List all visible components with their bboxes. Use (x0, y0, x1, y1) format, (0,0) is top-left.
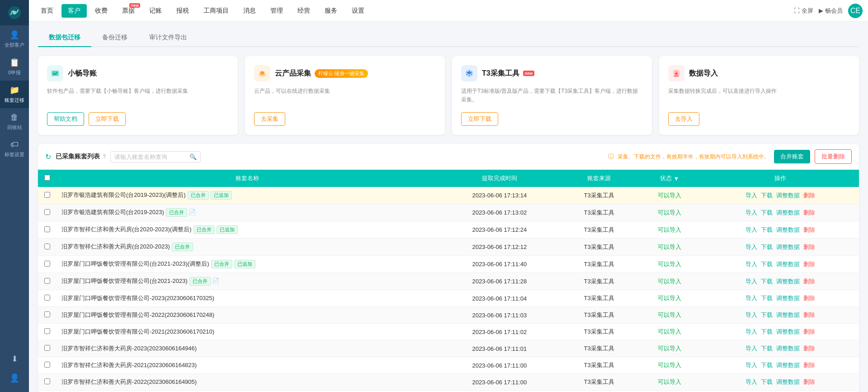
tab-data-migration[interactable]: 数据包迁移 (38, 29, 91, 47)
merge-btn[interactable]: 合并账套 (774, 150, 810, 163)
sidebar-item-zero-report[interactable]: 📋 0申报 (0, 53, 29, 81)
action-download[interactable]: 下载 (761, 261, 773, 268)
action-import[interactable]: 导入 (745, 378, 757, 385)
action-adjust[interactable]: 调整数据 (776, 226, 800, 233)
sidebar-item-tag-settings[interactable]: 🏷 标签设置 (0, 135, 29, 163)
nav-settings[interactable]: 设置 (345, 4, 371, 18)
action-import[interactable]: 导入 (745, 328, 757, 335)
action-download[interactable]: 下载 (761, 328, 773, 335)
help-icon[interactable]: ? (103, 153, 106, 160)
action-import[interactable]: 导入 (745, 244, 757, 250)
nav-home[interactable]: 首页 (34, 4, 60, 18)
tab-backup-migration[interactable]: 备份迁移 (91, 29, 138, 47)
row-checkbox[interactable] (44, 311, 50, 317)
sidebar-item-recycle-bin[interactable]: 🗑 回收站 (0, 108, 29, 135)
nav-business[interactable]: 工商项目 (197, 4, 235, 18)
action-import[interactable]: 导入 (745, 261, 757, 268)
row-checkbox[interactable] (44, 278, 50, 284)
row-checkbox[interactable] (44, 244, 50, 249)
action-import[interactable]: 导入 (745, 295, 757, 301)
action-download[interactable]: 下载 (761, 362, 773, 368)
action-import[interactable]: 导入 (745, 192, 757, 199)
action-download[interactable]: 下载 (761, 295, 773, 301)
download-t3-btn[interactable]: 立即下载 (461, 112, 498, 126)
action-adjust[interactable]: 调整数据 (776, 295, 800, 301)
tab-audit-export[interactable]: 审计文件导出 (138, 29, 198, 47)
row-checkbox[interactable] (44, 261, 50, 267)
action-delete[interactable]: 删除 (803, 295, 815, 301)
sidebar-item-all-clients[interactable]: 👤 全部客户 (0, 25, 29, 53)
refresh-icon[interactable]: ↻ (45, 153, 51, 161)
row-checkbox[interactable] (44, 226, 50, 232)
action-delete[interactable]: 删除 (803, 244, 815, 250)
action-adjust[interactable]: 调整数据 (776, 278, 800, 285)
batch-delete-btn[interactable]: 批量删除 (815, 149, 852, 164)
action-delete[interactable]: 删除 (803, 328, 815, 335)
fullscreen-btn[interactable]: ⛶ 全屏 (794, 7, 813, 15)
row-checkbox[interactable] (44, 378, 50, 384)
avatar[interactable]: CE (848, 4, 863, 18)
action-import[interactable]: 导入 (745, 226, 757, 233)
action-adjust[interactable]: 调整数据 (776, 328, 800, 335)
action-download[interactable]: 下载 (761, 226, 773, 233)
action-adjust[interactable]: 调整数据 (776, 261, 800, 268)
row-checkbox[interactable] (44, 345, 50, 351)
action-adjust[interactable]: 调整数据 (776, 209, 800, 216)
action-download[interactable]: 下载 (761, 209, 773, 216)
nav-tax[interactable]: 报税 (170, 4, 195, 18)
action-adjust[interactable]: 调整数据 (776, 311, 800, 318)
search-input[interactable] (114, 153, 187, 160)
row-time: 2023-06-06 17:11:04 (439, 290, 561, 307)
action-import[interactable]: 导入 (745, 278, 757, 285)
help-doc-btn[interactable]: 帮助文档 (47, 112, 84, 126)
action-delete[interactable]: 删除 (803, 278, 815, 285)
action-adjust[interactable]: 调整数据 (776, 345, 800, 352)
nav-manage[interactable]: 管理 (264, 4, 289, 18)
card-desc: 采集数据转换完成后，可以直接进行导入操作 (668, 87, 850, 105)
nav-service[interactable]: 服务 (318, 4, 344, 18)
action-delete[interactable]: 删除 (803, 362, 815, 368)
nav-billing[interactable]: 收费 (89, 4, 114, 18)
row-checkbox[interactable] (44, 192, 50, 198)
nav-message[interactable]: 消息 (237, 4, 262, 18)
row-status: 可以导入 (637, 187, 702, 204)
action-import[interactable]: 导入 (745, 345, 757, 352)
action-adjust[interactable]: 调整数据 (776, 378, 800, 385)
action-delete[interactable]: 删除 (803, 226, 815, 233)
action-download[interactable]: 下载 (761, 378, 773, 385)
go-import-btn[interactable]: 去导入 (668, 112, 699, 126)
action-download[interactable]: 下载 (761, 192, 773, 199)
action-import[interactable]: 导入 (745, 311, 757, 318)
vip-btn[interactable]: ▶ 畅会员 (819, 7, 843, 15)
action-delete[interactable]: 删除 (803, 378, 815, 385)
action-delete[interactable]: 删除 (803, 209, 815, 216)
action-download[interactable]: 下载 (761, 244, 773, 250)
row-checkbox[interactable] (44, 362, 50, 368)
nav-bookkeeping[interactable]: 记账 (143, 4, 168, 18)
nav-operation[interactable]: 经营 (291, 4, 316, 18)
download-now-btn[interactable]: 立即下载 (89, 112, 126, 126)
nav-invoice[interactable]: 票据 new (116, 4, 141, 18)
sidebar-item-download[interactable]: ⬇ (0, 349, 29, 368)
search-icon[interactable]: 🔍 (189, 153, 197, 160)
row-checkbox[interactable] (44, 295, 50, 301)
action-download[interactable]: 下载 (761, 345, 773, 352)
action-delete[interactable]: 删除 (803, 311, 815, 318)
sidebar-item-user[interactable]: 👤 (0, 368, 29, 387)
action-download[interactable]: 下载 (761, 278, 773, 285)
sidebar-item-account-migration[interactable]: 📁 账套迁移 (0, 81, 29, 108)
nav-client[interactable]: 客户 (61, 4, 87, 18)
select-all-checkbox[interactable] (44, 175, 50, 181)
action-delete[interactable]: 删除 (803, 261, 815, 268)
action-adjust[interactable]: 调整数据 (776, 244, 800, 250)
row-checkbox[interactable] (44, 328, 50, 334)
action-import[interactable]: 导入 (745, 362, 757, 368)
action-delete[interactable]: 删除 (803, 192, 815, 199)
go-collect-btn[interactable]: 去采集 (254, 112, 285, 126)
action-adjust[interactable]: 调整数据 (776, 192, 800, 199)
action-adjust[interactable]: 调整数据 (776, 362, 800, 368)
row-checkbox[interactable] (44, 209, 50, 215)
action-delete[interactable]: 删除 (803, 345, 815, 352)
action-import[interactable]: 导入 (745, 209, 757, 216)
action-download[interactable]: 下载 (761, 311, 773, 318)
